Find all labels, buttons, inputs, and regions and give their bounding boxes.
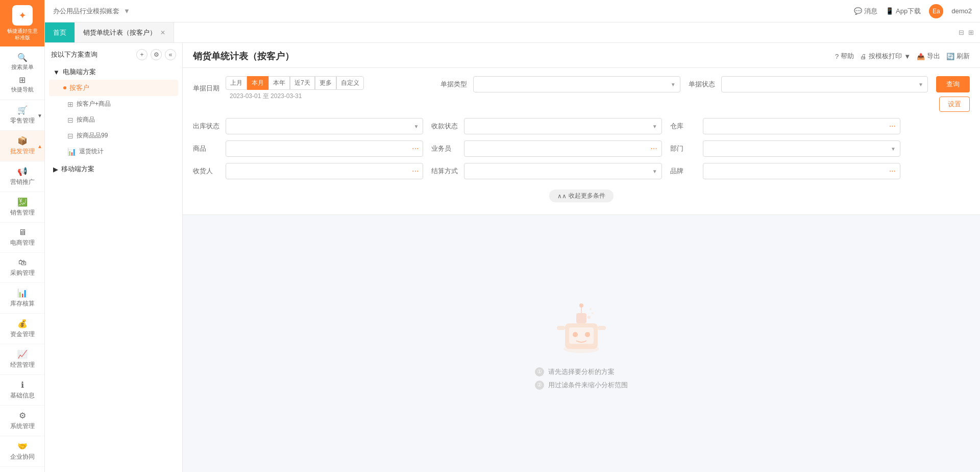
minimize-icon[interactable]: ⊟	[959, 29, 964, 36]
enterprise-icon: 🤝	[17, 441, 28, 451]
sidebar-item-operations[interactable]: 📈 经营管理	[0, 344, 44, 375]
collapse-panel-button[interactable]: «	[165, 49, 176, 60]
maximize-icon[interactable]: ⊞	[968, 29, 974, 36]
export-button[interactable]: 📤 导出	[917, 52, 940, 61]
inventory-label: 库存核算	[10, 299, 35, 308]
receiver-input[interactable]	[226, 163, 423, 179]
hint-num-2: ②	[535, 381, 544, 390]
sidebar-item-basic[interactable]: ℹ 基础信息	[0, 375, 44, 406]
doc-status-arrow-icon: ▼	[918, 82, 923, 87]
tree-item-return-stats[interactable]: 📊 退货统计	[49, 144, 178, 159]
date-tab-custom[interactable]: 自定义	[336, 76, 364, 90]
tab-home[interactable]: 首页	[45, 22, 75, 42]
basic-icon: ℹ	[21, 380, 24, 390]
empty-hints: ① 请先选择要分析的方案 ② 用过滤条件来缩小分析范围	[535, 367, 628, 390]
table-icon: ⊟	[67, 116, 74, 124]
brand-input[interactable]	[703, 163, 900, 179]
username: demo2	[951, 7, 972, 15]
tabs-bar: 首页 销货单统计表（按客户） ✕ ⊟ ⊞	[45, 22, 980, 43]
settlement-select[interactable]: ▼	[464, 163, 662, 179]
settings-scheme-button[interactable]: ⚙	[151, 49, 162, 60]
top-header: 办公用品行业模拟账套 ▼ 💬 消息 📱 App下载 Ea demo2	[45, 0, 980, 22]
doc-status-label: 单据状态	[689, 80, 717, 89]
tab-report[interactable]: 销货单统计表（按客户） ✕	[75, 22, 174, 42]
svg-rect-2	[569, 327, 594, 344]
collect-status-filter: 收款状态 ▼	[431, 118, 662, 134]
sidebar-item-newbie[interactable]: 🌟 新手引导	[0, 467, 44, 472]
by-customer-goods-label: 按客户+商品	[77, 100, 111, 108]
by-goods-label: 按商品	[77, 115, 95, 124]
tree-item-by-customer[interactable]: 按客户	[49, 80, 178, 96]
brand-filter: 品牌	[670, 163, 900, 179]
export-icon: 📤	[917, 53, 925, 60]
sidebar-search-area: 🔍 搜索菜单 ⊞ 快捷导航	[0, 46, 44, 100]
header-left: 办公用品行业模拟账套 ▼	[53, 7, 130, 16]
date-tab-7days[interactable]: 近7天	[290, 76, 315, 90]
tab-close-icon[interactable]: ✕	[160, 29, 165, 36]
add-scheme-button[interactable]: +	[136, 49, 148, 60]
sidebar-item-ecommerce[interactable]: 🖥 电商管理	[0, 223, 44, 253]
message-button[interactable]: 💬 消息	[854, 7, 877, 16]
date-tab-this-year[interactable]: 本年	[268, 76, 290, 90]
tree-item-by-goods[interactable]: ⊟ 按商品	[49, 112, 178, 128]
ecommerce-label: 电商管理	[10, 239, 35, 247]
header-dropdown-icon[interactable]: ▼	[124, 7, 130, 15]
sidebar-item-inventory[interactable]: 📊 库存核算	[0, 283, 44, 314]
date-tab-more[interactable]: 更多	[315, 76, 336, 90]
collapse-up-icon: ∧∧	[557, 193, 567, 200]
sidebar-item-enterprise[interactable]: 🤝 企业协同	[0, 436, 44, 467]
settings-button[interactable]: 设置	[939, 97, 970, 112]
message-icon: 💬	[854, 7, 862, 15]
out-status-select[interactable]: ▼	[226, 118, 423, 134]
app-download-button[interactable]: 📱 App下载	[886, 7, 921, 16]
quick-nav-button[interactable]: ⊞ 快捷导航	[11, 73, 34, 96]
wholesale-label: 批发管理	[10, 147, 35, 156]
print-label: 按模板打印	[869, 52, 902, 61]
hint-text-1: 请先选择要分析的方案	[548, 367, 615, 376]
doc-status-select[interactable]: ▼	[721, 76, 928, 92]
tree-item-by-customer-goods[interactable]: ⊞ 按客户+商品	[49, 96, 178, 112]
date-tab-last-month[interactable]: 上月	[226, 76, 247, 90]
sales-label: 销售管理	[10, 208, 35, 217]
main-area: 办公用品行业模拟账套 ▼ 💬 消息 📱 App下载 Ea demo2 首页 销货…	[45, 0, 980, 472]
collapse-button[interactable]: ∧∧ 收起更多条件	[549, 190, 614, 202]
mobile-arrow-icon: ▶	[53, 166, 58, 173]
return-stats-label: 退货统计	[79, 147, 104, 156]
avatar[interactable]: Ea	[929, 4, 943, 18]
refresh-button[interactable]: 🔄 刷新	[946, 52, 970, 61]
sidebar-item-purchase[interactable]: 🛍 采购管理	[0, 253, 44, 283]
sidebar-item-system[interactable]: ⚙ 系统管理	[0, 406, 44, 436]
collect-status-select[interactable]: ▼	[464, 118, 662, 134]
department-select[interactable]: ▼	[703, 140, 900, 157]
collapse-bar: ∧∧ 收起更多条件	[193, 185, 970, 206]
query-button[interactable]: 查询	[936, 76, 970, 92]
search-menu-button[interactable]: 🔍 搜索菜单	[11, 51, 34, 73]
sidebar-item-wholesale[interactable]: 📦 批发管理 ▲	[0, 131, 44, 161]
goods-input[interactable]	[226, 140, 423, 157]
sidebar-item-marketing[interactable]: 📢 营销推广	[0, 161, 44, 192]
sidebar-logo[interactable]: ✦ 畅捷通好生意 标准版	[0, 0, 44, 46]
left-panel-actions: + ⚙ «	[136, 49, 176, 60]
warehouse-input[interactable]	[703, 118, 900, 134]
tree-item-by-goods99[interactable]: ⊟ 按商品品99	[49, 128, 178, 144]
sidebar-item-sales[interactable]: 💹 销售管理	[0, 192, 44, 223]
filter-area: 单据日期 上月 本月 本年 近7天 更多 自定义 2023-03-01 至 20…	[183, 68, 980, 215]
retail-label: 零售管理	[10, 116, 35, 125]
out-status-filter: 出库状态 ▼	[193, 118, 423, 134]
print-button[interactable]: 🖨 按模板打印 ▼	[860, 52, 911, 61]
date-tab-this-month[interactable]: 本月	[247, 76, 268, 90]
pc-group-header[interactable]: ▼ 电脑端方案	[49, 64, 178, 80]
svg-point-10	[587, 316, 591, 319]
sidebar-item-finance[interactable]: 💰 资金管理	[0, 314, 44, 344]
page-title: 销货单统计表（按客户）	[193, 50, 294, 62]
date-range: 2023-03-01 至 2023-03-31	[230, 92, 364, 101]
salesperson-input[interactable]	[464, 140, 662, 157]
logo-sub: 标准版	[15, 34, 30, 41]
filter-row-4: 收货人 结算方式 ▼ 品牌	[193, 163, 970, 179]
enterprise-label: 企业协同	[10, 453, 35, 461]
help-button[interactable]: ? 帮助	[835, 52, 854, 61]
mobile-group-header[interactable]: ▶ 移动端方案	[49, 161, 178, 177]
sidebar-nav: 🛒 零售管理 ▼ 📦 批发管理 ▲ 📢 营销推广 💹 销售管理 🖥 电商管理 🛍…	[0, 100, 44, 472]
doc-type-select[interactable]: ▼	[473, 76, 680, 92]
sidebar-item-retail[interactable]: 🛒 零售管理 ▼	[0, 100, 44, 131]
